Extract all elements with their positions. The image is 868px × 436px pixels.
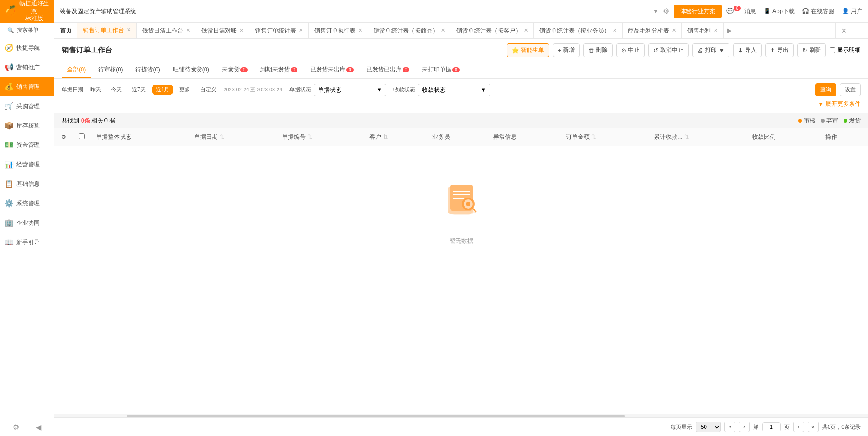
- cancel-stop-button[interactable]: ↺ 取消中止: [648, 43, 689, 57]
- online-service-item[interactable]: 🎧 在线客服: [802, 7, 834, 15]
- filter-tab-pending-review[interactable]: 待审核(0): [93, 62, 128, 78]
- sidebar-item-basic[interactable]: 📋 基础信息: [0, 174, 54, 194]
- first-page-btn[interactable]: «: [724, 422, 735, 432]
- payment-select[interactable]: 收款状态 ▼: [418, 84, 490, 96]
- th-customer[interactable]: 客户⇅: [364, 128, 427, 146]
- th-collected[interactable]: 累计收款...⇅: [648, 128, 747, 146]
- date-btn-7days[interactable]: 近7天: [128, 85, 150, 95]
- th-amount[interactable]: 订单金额⇅: [561, 128, 648, 146]
- cancel-review-action-btn[interactable]: 弃审: [821, 117, 838, 125]
- number-sort-icon: ⇅: [307, 133, 312, 140]
- sidebar-item-marketing[interactable]: 📢 营销推广: [0, 57, 54, 77]
- tab-close-sales-stats[interactable]: ✕: [299, 28, 303, 33]
- filter-tab-all[interactable]: 全部(0): [62, 62, 91, 78]
- sidebar-item-operations[interactable]: 📊 经营管理: [0, 155, 54, 174]
- tab-sales-exec[interactable]: 销售订单执行表 ✕: [309, 23, 368, 39]
- tab-close-sales-stats-customer[interactable]: ✕: [524, 28, 528, 33]
- date-btn-more[interactable]: 更多: [175, 85, 194, 95]
- tab-close-all-btn[interactable]: ✕: [835, 23, 852, 39]
- tab-close-sales-stats-staff[interactable]: ✕: [613, 28, 617, 33]
- search-menu-item[interactable]: 🔍 搜索菜单: [0, 23, 54, 38]
- last-page-btn[interactable]: »: [808, 422, 819, 432]
- th-number[interactable]: 单据编号⇅: [277, 128, 364, 146]
- refresh-button[interactable]: ↻ 刷新: [797, 43, 826, 57]
- date-btn-1month[interactable]: 近1月: [152, 85, 174, 95]
- tab-sales-profit[interactable]: 销售毛利 ✕: [682, 23, 724, 39]
- page-number-input[interactable]: [762, 422, 781, 431]
- collapse-icon[interactable]: ◀: [36, 423, 41, 431]
- date-btn-yesterday[interactable]: 昨天: [86, 85, 105, 95]
- filter-tab-pending-pickup[interactable]: 待拣货(0): [130, 62, 165, 78]
- sidebar-item-quick-nav[interactable]: 🧭 快捷导航: [0, 38, 54, 57]
- tab-home[interactable]: 首页: [54, 23, 77, 39]
- date-btn-today[interactable]: 今天: [107, 85, 126, 95]
- user-avatar-item[interactable]: 👤 用户: [842, 7, 863, 15]
- system-dropdown-icon[interactable]: ▼: [653, 8, 658, 14]
- th-staff[interactable]: 业务员: [427, 128, 488, 146]
- th-settings[interactable]: ⚙: [54, 128, 72, 146]
- print-button[interactable]: 🖨 打印 ▼: [692, 43, 729, 57]
- sidebar-item-purchase[interactable]: 🛒 采购管理: [0, 96, 54, 116]
- stop-button[interactable]: ⊘ 中止: [616, 43, 645, 57]
- tab-sales-stats-customer[interactable]: 销货单统计表（按客户） ✕: [451, 23, 534, 39]
- ship-action-btn[interactable]: 发货: [844, 117, 861, 125]
- horizontal-scrollbar[interactable]: [54, 414, 868, 417]
- tab-more-btn[interactable]: ▶: [724, 27, 735, 34]
- sidebar-item-inventory[interactable]: 📦 库存核算: [0, 116, 54, 135]
- query-button[interactable]: 查询: [815, 83, 836, 96]
- add-button[interactable]: + 新增: [553, 43, 580, 57]
- detail-checkbox-input[interactable]: [830, 47, 835, 53]
- sidebar-item-sales[interactable]: 💰 销售管理: [0, 77, 54, 96]
- sidebar-item-guide[interactable]: 📖 新手引导: [0, 232, 54, 252]
- tab-cash-reconcile[interactable]: 钱货日清对账 ✕: [196, 23, 249, 39]
- tab-sales-stats-staff[interactable]: 销货单统计表（按业务员） ✕: [534, 23, 623, 39]
- message-icon-item[interactable]: 💬 6 消息: [726, 7, 756, 15]
- tab-close-goods-profit[interactable]: ✕: [672, 28, 676, 33]
- th-operation: 操作: [820, 128, 868, 146]
- app-download-item[interactable]: 📱 App下载: [763, 7, 795, 15]
- smart-generate-button[interactable]: ⭐ 智能生单: [507, 43, 549, 57]
- import-button[interactable]: ⬇ 导入: [733, 43, 762, 57]
- tab-close-sales-stats-product[interactable]: ✕: [441, 28, 445, 33]
- tab-goods-profit[interactable]: 商品毛利分析表 ✕: [623, 23, 682, 39]
- expand-conditions-button[interactable]: ▼ 展开更多条件: [818, 100, 861, 108]
- scroll-thumb[interactable]: [127, 415, 625, 417]
- tab-close-sales-workbench[interactable]: ✕: [127, 27, 131, 33]
- filter-tab-not-shipped[interactable]: 未发货0: [216, 62, 253, 78]
- tab-sales-stats-product[interactable]: 销货单统计表（按商品） ✕: [368, 23, 451, 39]
- status-select[interactable]: 单据状态 ▼: [314, 84, 386, 96]
- tab-sales-workbench[interactable]: 销售订单工作台 ✕: [77, 23, 137, 39]
- per-page-select[interactable]: 50 10 20 100: [696, 422, 721, 432]
- select-all-checkbox[interactable]: [79, 133, 85, 139]
- sidebar-item-system[interactable]: ⚙️ 系统管理: [0, 194, 54, 213]
- settings-bottom-icon[interactable]: ⚙: [13, 423, 19, 431]
- date-range-display: 2023-02-24 至 2023-03-24: [223, 86, 282, 93]
- header-gear-icon[interactable]: ⚙: [663, 7, 669, 15]
- chevron-right-icon: ▶: [727, 27, 732, 34]
- review-action-btn[interactable]: 审核: [798, 117, 815, 125]
- sidebar-item-enterprise[interactable]: 🏢 企业协同: [0, 213, 54, 232]
- filter-tab-shipped-not-stored[interactable]: 已发货未出库0: [305, 62, 359, 78]
- filter-tab-expired-not-shipped[interactable]: 到期未发货0: [255, 62, 303, 78]
- show-detail-checkbox[interactable]: 显示明细: [830, 46, 861, 54]
- tab-close-cash-reconcile[interactable]: ✕: [240, 28, 244, 33]
- tab-close-cash-daily[interactable]: ✕: [186, 28, 190, 33]
- tab-close-sales-profit[interactable]: ✕: [714, 28, 718, 33]
- filter-tab-not-printed[interactable]: 未打印单据0: [417, 62, 465, 78]
- sidebar-item-finance[interactable]: 💵 资金管理: [0, 135, 54, 155]
- filter-tab-shipped-stored[interactable]: 已发货已出库0: [361, 62, 415, 78]
- th-checkbox[interactable]: [72, 128, 91, 146]
- tab-close-sales-exec[interactable]: ✕: [358, 28, 362, 33]
- export-button[interactable]: ⬆ 导出: [765, 43, 794, 57]
- tab-fullscreen-btn[interactable]: ⛶: [852, 23, 868, 39]
- date-btn-custom[interactable]: 自定义: [196, 85, 221, 95]
- prev-page-btn[interactable]: ‹: [739, 422, 750, 432]
- th-date[interactable]: 单据日期⇅: [189, 128, 277, 146]
- filter-tab-wangpu[interactable]: 旺铺待发货(0): [168, 62, 215, 78]
- next-page-btn[interactable]: ›: [793, 422, 804, 432]
- tab-sales-stats[interactable]: 销售订单统计表 ✕: [249, 23, 309, 39]
- delete-button[interactable]: 🗑 删除: [583, 43, 613, 57]
- search-settings-button[interactable]: 设置: [840, 83, 861, 96]
- tab-cash-daily[interactable]: 钱货日清工作台 ✕: [137, 23, 196, 39]
- experience-button[interactable]: 体验行业方案: [674, 5, 722, 18]
